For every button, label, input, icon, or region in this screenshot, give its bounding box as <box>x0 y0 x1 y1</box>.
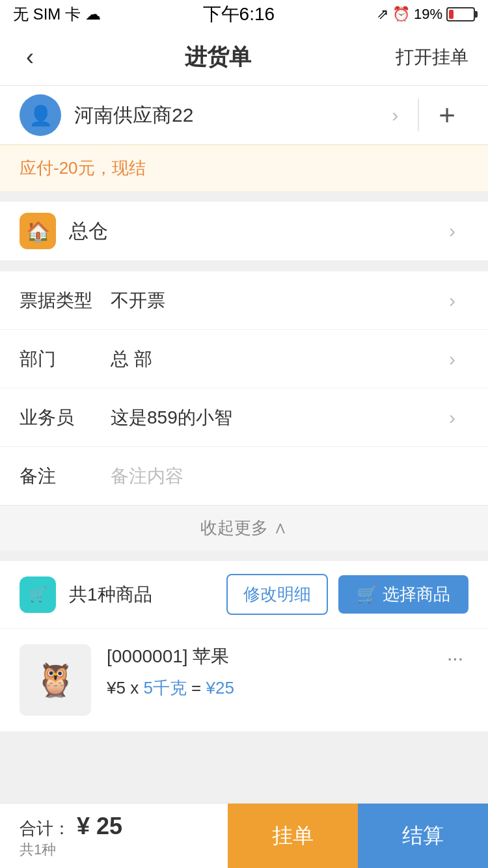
footer-total-row: 合计： ¥ 25 <box>20 813 208 840</box>
salesman-label: 业务员 <box>20 405 104 430</box>
home-icon: 🏠 <box>26 220 50 243</box>
chevron-right-icon: › <box>449 290 455 312</box>
chevron-right-icon: › <box>449 348 455 370</box>
user-icon: 👤 <box>29 104 53 127</box>
status-bar: 无 SIM 卡 ☁ 下午6:16 ⇗ ⏰ 19% <box>0 0 488 29</box>
remark-value: 备注内容 <box>104 464 468 489</box>
product-header: 🛒 共1种商品 修改明细 🛒 选择商品 <box>0 561 488 628</box>
warehouse-name: 总仓 <box>69 218 449 245</box>
invoice-row[interactable]: 票据类型 不开票 › <box>0 271 488 329</box>
footer-count: 共1种 <box>20 840 208 860</box>
status-left: 无 SIM 卡 ☁ <box>13 4 101 25</box>
owl-icon: 🦉 <box>35 661 75 699</box>
chevron-right-icon: › <box>392 104 398 126</box>
edit-detail-button[interactable]: 修改明细 <box>226 574 328 615</box>
form-section: 票据类型 不开票 › 部门 总 部 › 业务员 这是859的小智 › 备注 备注… <box>0 271 488 550</box>
supplier-divider <box>418 99 419 131</box>
department-value: 总 部 <box>104 347 449 372</box>
page-title: 进货单 <box>185 42 251 72</box>
shopping-icon: 🛒 <box>29 586 47 603</box>
battery-icon <box>446 7 475 21</box>
supplier-section: 👤 河南供应商22 › + 应付-20元，现结 <box>0 86 488 191</box>
product-price: ¥5 x 5千克 = ¥25 <box>107 677 442 699</box>
product-count: 共1种商品 <box>69 582 226 607</box>
warehouse-section: 🏠 总仓 › <box>0 202 488 260</box>
remark-row[interactable]: 备注 备注内容 <box>0 446 488 505</box>
select-product-label: 选择商品 <box>383 583 450 606</box>
add-supplier-button[interactable]: + <box>426 99 468 131</box>
product-name: [0000001] 苹果 <box>107 644 442 669</box>
equals-sign: = <box>191 678 206 698</box>
status-right: ⇗ ⏰ 19% <box>377 6 475 23</box>
sim-label: 无 SIM 卡 ☁ <box>13 4 101 25</box>
open-hang-button[interactable]: 打开挂单 <box>396 45 468 70</box>
hang-button[interactable]: 挂单 <box>228 804 358 868</box>
collapse-button[interactable]: 收起更多 ∧ <box>0 505 488 550</box>
battery-label: 19% <box>414 6 442 23</box>
remark-label: 备注 <box>20 464 104 489</box>
alarm-icon: ⏰ <box>392 6 410 23</box>
product-info: [0000001] 苹果 ¥5 x 5千克 = ¥25 <box>107 644 442 699</box>
supplier-row[interactable]: 👤 河南供应商22 › + <box>0 86 488 144</box>
chevron-right-icon: › <box>449 220 455 242</box>
product-thumbnail: 🦉 <box>20 644 91 716</box>
price-unit: ¥5 <box>107 678 126 698</box>
more-button[interactable]: ··· <box>442 644 468 671</box>
multiply-sign: x <box>130 678 143 698</box>
notice-banner: 应付-20元，现结 <box>0 144 488 191</box>
warehouse-icon: 🏠 <box>20 213 56 249</box>
total-label: 合计： <box>20 817 70 840</box>
product-qty: 5千克 <box>143 678 186 698</box>
footer: 合计： ¥ 25 共1种 挂单 结算 <box>0 803 488 868</box>
chevron-right-icon: › <box>449 407 455 429</box>
checkout-button[interactable]: 结算 <box>358 804 488 868</box>
nav-bar: ‹ 进货单 打开挂单 <box>0 29 488 86</box>
invoice-value: 不开票 <box>104 288 449 313</box>
salesman-value: 这是859的小智 <box>104 405 449 430</box>
status-time: 下午6:16 <box>203 2 275 27</box>
location-icon: ⇗ <box>377 6 388 23</box>
product-item: 🦉 [0000001] 苹果 ¥5 x 5千克 = ¥25 ··· <box>0 628 488 731</box>
department-row[interactable]: 部门 总 部 › <box>0 329 488 388</box>
product-section: 🛒 共1种商品 修改明细 🛒 选择商品 🦉 [0000001] 苹果 ¥5 x … <box>0 561 488 731</box>
supplier-avatar: 👤 <box>20 94 61 136</box>
salesman-row[interactable]: 业务员 这是859的小智 › <box>0 388 488 446</box>
department-label: 部门 <box>20 347 104 372</box>
invoice-label: 票据类型 <box>20 288 104 313</box>
total-amount: ¥ 25 <box>77 813 122 840</box>
warehouse-row[interactable]: 🏠 总仓 › <box>0 202 488 260</box>
product-total: ¥25 <box>206 678 234 698</box>
supplier-name: 河南供应商22 <box>74 102 392 129</box>
select-product-button[interactable]: 🛒 选择商品 <box>338 575 468 614</box>
footer-total: 合计： ¥ 25 共1种 <box>0 804 228 868</box>
select-icon: 🛒 <box>357 584 377 604</box>
back-button[interactable]: ‹ <box>20 37 40 77</box>
product-icon: 🛒 <box>20 576 56 613</box>
